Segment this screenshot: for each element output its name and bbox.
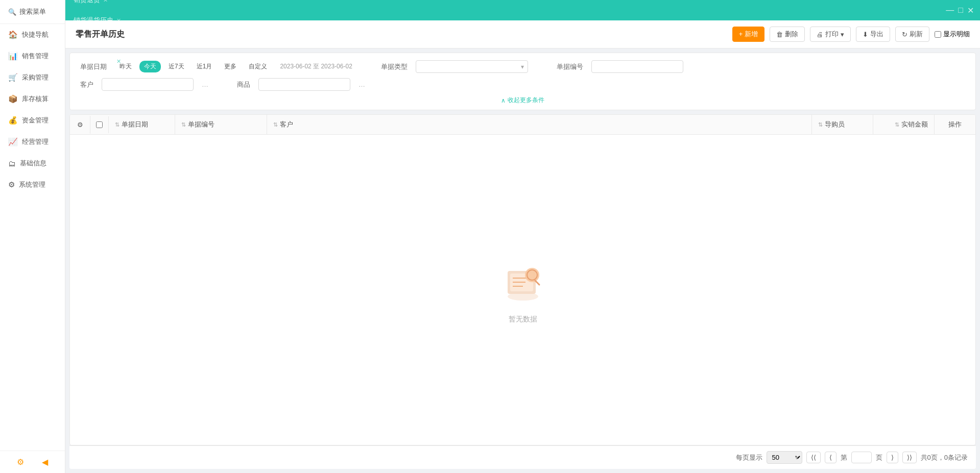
display-detail-toggle[interactable]: 显示明细 <box>935 30 970 39</box>
nav-label-purchase-mgmt: 采购管理 <box>22 73 49 82</box>
sidebar-search[interactable]: 🔍 搜索菜单 <box>0 0 65 24</box>
tab-label-sales-return: 销货退货 <box>74 0 100 5</box>
first-page-btn[interactable]: ⟨⟨ <box>806 452 821 463</box>
tab-close-retail-open-history[interactable]: ✕ <box>116 58 121 65</box>
sort-amount-icon[interactable]: ⇅ <box>895 121 899 128</box>
empty-state: 暂无数据 <box>70 135 975 445</box>
type-select[interactable] <box>416 60 528 73</box>
empty-text: 暂无数据 <box>509 315 537 324</box>
date-btn-近1月[interactable]: 近1月 <box>192 61 217 72</box>
sidebar-item-quick-nav[interactable]: 🏠快捷导航 <box>0 24 65 45</box>
collapse-filter-btn[interactable]: ∧ 收起更多条件 <box>80 96 965 105</box>
sidebar-item-operations[interactable]: 📈经营管理 <box>0 131 65 153</box>
goods-filter-label: 商品 <box>237 80 250 89</box>
settings-icon[interactable]: ⚙ <box>17 457 24 467</box>
sidebar-nav: 🏠快捷导航📊销售管理🛒采购管理📦库存核算💰资金管理📈经营管理🗂基础信息⚙系统管理 <box>0 24 65 195</box>
nav-icon-quick-nav: 🏠 <box>8 30 18 39</box>
last-page-btn[interactable]: ⟩⟩ <box>902 452 917 463</box>
sidebar-item-sales-mgmt[interactable]: 📊销售管理 <box>0 45 65 67</box>
sidebar-item-basic-info[interactable]: 🗂基础信息 <box>0 153 65 174</box>
tab-close-sales-return-history[interactable]: ✕ <box>116 17 121 24</box>
th-settings[interactable]: ⚙ <box>70 116 90 134</box>
sort-num-icon[interactable]: ⇅ <box>181 121 186 128</box>
tab-close-sales-return[interactable]: ✕ <box>103 0 108 4</box>
tab-sales-return[interactable]: 销货退货✕ <box>65 0 129 10</box>
sidebar-item-finance[interactable]: 💰资金管理 <box>0 110 65 131</box>
tab-bar: 首页销售订单✕销货退货✕销货退货历史✕零售开单✕零售开单历史✕ — □ ✕ <box>65 0 980 20</box>
th-customer: ⇅ 客户 <box>267 115 812 134</box>
nav-label-sales-mgmt: 销售管理 <box>22 52 49 61</box>
nav-label-basic-info: 基础信息 <box>20 159 46 168</box>
nav-icon-basic-info: 🗂 <box>8 159 16 168</box>
total-info: 共0页，0条记录 <box>921 453 968 462</box>
sidebar-item-inventory[interactable]: 📦库存核算 <box>0 88 65 110</box>
delete-button[interactable]: 🗑 删除 <box>770 27 805 42</box>
filter-area: 单据日期 昨天今天近7天近1月更多自定义 2023-06-02 至 2023-0… <box>69 53 976 110</box>
collapse-sidebar-icon[interactable]: ◀ <box>42 457 48 467</box>
tab-bar-right: — □ ✕ <box>946 6 980 15</box>
print-button[interactable]: 🖨 打印 ▾ <box>810 27 851 42</box>
window-close[interactable]: ✕ <box>967 6 974 15</box>
th-guide: ⇅ 导购员 <box>812 115 873 134</box>
delete-icon: 🗑 <box>776 31 783 38</box>
date-btn-自定义[interactable]: 自定义 <box>244 61 272 72</box>
sidebar: 🔍 搜索菜单 🏠快捷导航📊销售管理🛒采购管理📦库存核算💰资金管理📈经营管理🗂基础… <box>0 0 65 473</box>
nav-icon-operations: 📈 <box>8 137 18 146</box>
window-minimize[interactable]: — <box>946 6 954 15</box>
sort-customer-icon[interactable]: ⇅ <box>273 121 278 128</box>
settings-cols-icon: ⚙ <box>77 121 83 129</box>
refresh-button[interactable]: ↻ 刷新 <box>895 27 929 42</box>
date-filter-label: 单据日期 <box>80 62 107 71</box>
current-page-input[interactable]: 1 <box>851 452 872 463</box>
table-header: ⚙ ⇅ 单据日期 ⇅ 单据编号 ⇅ 客户 ⇅ <box>70 115 975 135</box>
sidebar-bottom: ⚙ ◀ <box>0 451 65 473</box>
goods-filter-input[interactable] <box>258 78 350 91</box>
select-all-checkbox[interactable] <box>96 121 103 128</box>
date-btn-今天[interactable]: 今天 <box>139 61 161 72</box>
th-date: ⇅ 单据日期 <box>109 115 175 134</box>
sidebar-item-sys-mgmt[interactable]: ⚙系统管理 <box>0 174 65 195</box>
customer-filter-input[interactable] <box>102 78 194 91</box>
nav-icon-inventory: 📦 <box>8 94 18 104</box>
nav-icon-purchase-mgmt: 🛒 <box>8 73 18 82</box>
customer-filter-label: 客户 <box>80 80 93 89</box>
date-range-display: 2023-06-02 至 2023-06-02 <box>280 62 352 71</box>
date-filter: 昨天今天近7天近1月更多自定义 <box>115 61 272 72</box>
add-button[interactable]: + 新增 <box>732 27 764 42</box>
page-header: 零售开单历史 + 新增 🗑 删除 🖨 打印 ▾ ⬇ 导出 ↻ <box>65 20 980 48</box>
customer-dots[interactable]: … <box>202 81 208 88</box>
filter-row-1: 单据日期 昨天今天近7天近1月更多自定义 2023-06-02 至 2023-0… <box>80 60 965 73</box>
sort-date-icon[interactable]: ⇅ <box>115 121 119 128</box>
per-page-select[interactable]: 102050100 <box>767 451 802 464</box>
export-button[interactable]: ⬇ 导出 <box>856 27 890 42</box>
date-btn-近7天[interactable]: 近7天 <box>164 61 189 72</box>
th-checkbox[interactable] <box>90 116 109 133</box>
refresh-icon: ↻ <box>902 31 907 38</box>
sidebar-item-purchase-mgmt[interactable]: 🛒采购管理 <box>0 67 65 88</box>
svg-line-8 <box>535 281 539 285</box>
tab-close-retail-open[interactable]: ✕ <box>103 38 108 44</box>
nav-label-quick-nav: 快捷导航 <box>22 30 49 39</box>
type-filter-label: 单据类型 <box>381 62 408 71</box>
nav-label-sys-mgmt: 系统管理 <box>19 180 45 189</box>
main-area: 首页销售订单✕销货退货✕销货退货历史✕零售开单✕零售开单历史✕ — □ ✕ 零售… <box>65 0 980 473</box>
print-icon: 🖨 <box>817 31 823 38</box>
search-icon: 🔍 <box>8 8 16 16</box>
date-btn-更多[interactable]: 更多 <box>220 61 241 72</box>
per-page-label: 每页显示 <box>736 453 762 462</box>
page-label: 页 <box>876 453 882 462</box>
empty-icon <box>497 256 548 307</box>
th-amount: ⇅ 实销金额 <box>873 115 935 134</box>
prev-page-btn[interactable]: ⟨ <box>825 452 836 463</box>
nav-label-inventory: 库存核算 <box>22 94 49 104</box>
goods-dots[interactable]: … <box>358 81 365 88</box>
num-filter-input[interactable] <box>591 60 683 73</box>
content-area: 零售开单历史 + 新增 🗑 删除 🖨 打印 ▾ ⬇ 导出 ↻ <box>65 20 980 473</box>
display-detail-checkbox[interactable] <box>935 31 941 38</box>
window-maximize[interactable]: □ <box>958 6 963 15</box>
sort-guide-icon[interactable]: ⇅ <box>818 121 823 128</box>
filter-row-2: 客户 … 商品 … <box>80 78 965 91</box>
nav-label-finance: 资金管理 <box>22 116 49 125</box>
next-page-btn[interactable]: ⟩ <box>887 452 898 463</box>
pagination-area: 每页显示 102050100 ⟨⟨ ⟨ 第 1 页 ⟩ ⟩⟩ 共0页，0条记录 <box>69 445 976 469</box>
